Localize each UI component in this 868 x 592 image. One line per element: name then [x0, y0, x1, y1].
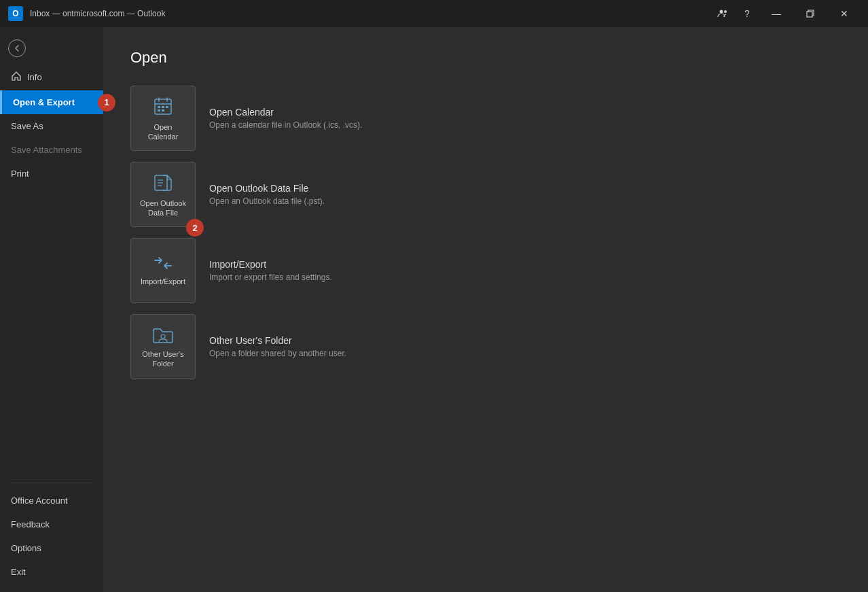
svg-rect-7 [158, 106, 160, 108]
open-outlook-data-title: Open Outlook Data File [209, 183, 325, 194]
other-users-folder-card-icon [152, 325, 174, 347]
open-outlook-data-info: Open Outlook Data File Open an Outlook d… [209, 183, 325, 206]
open-calendar-card[interactable]: OpenCalendar [130, 86, 196, 151]
sidebar-item-save-attachments-label: Save Attachments [11, 145, 82, 155]
open-outlook-data-desc: Open an Outlook data file (.pst). [209, 196, 325, 206]
svg-point-1 [724, 10, 727, 13]
sidebar-item-info-label: Info [27, 72, 42, 82]
minimize-button[interactable]: — [761, 3, 792, 24]
titlebar-left: O Inbox — ​ontmicrosoft.com — Outlook [8, 6, 165, 21]
sidebar-item-print[interactable]: Print [0, 162, 103, 186]
people-icon[interactable] [712, 3, 734, 24]
help-icon[interactable]: ? [736, 3, 758, 24]
sidebar-item-save-as-label: Save As [11, 121, 43, 131]
option-row-other-users: Other User'sFolder Other User's Folder O… [130, 314, 841, 379]
open-calendar-title: Open Calendar [209, 107, 362, 118]
sidebar-item-open-export[interactable]: Open & Export 1 [0, 90, 103, 114]
sidebar-item-print-label: Print [11, 169, 29, 179]
option-row-import-export: Import/Export Import/Export Import or ex… [130, 238, 841, 303]
open-outlook-data-card-label: Open OutlookData File [137, 198, 189, 218]
calendar-card-icon [152, 95, 174, 120]
sidebar-bottom: Office Account Feedback Options Exit [0, 477, 103, 592]
import-export-card-label: Import/Export [138, 277, 188, 286]
option-row-calendar: OpenCalendar Open Calendar Open a calend… [130, 86, 841, 151]
svg-rect-8 [162, 106, 164, 108]
open-outlook-data-card[interactable]: Open OutlookData File [130, 162, 196, 227]
svg-point-0 [720, 10, 723, 14]
sidebar-item-options-label: Options [11, 543, 41, 553]
sidebar-item-exit-label: Exit [11, 567, 26, 577]
sidebar-item-save-as[interactable]: Save As [0, 114, 103, 138]
other-users-folder-info: Other User's Folder Open a folder shared… [209, 335, 346, 358]
sidebar-item-feedback[interactable]: Feedback [0, 512, 103, 536]
outlook-data-card-icon [152, 171, 174, 196]
sidebar: Info Open & Export 1 Save As Save Attach… [0, 27, 103, 592]
import-export-card[interactable]: Import/Export [130, 238, 196, 303]
back-button[interactable] [0, 33, 103, 64]
sidebar-item-exit[interactable]: Exit [0, 560, 103, 584]
option-row-outlook-data: Open OutlookData File Open Outlook Data … [130, 162, 841, 227]
open-calendar-card-label: OpenCalendar [145, 122, 181, 142]
svg-rect-10 [158, 109, 160, 111]
other-users-folder-desc: Open a folder shared by another user. [209, 349, 346, 358]
import-export-title: Import/Export [209, 259, 332, 270]
import-export-info: Import/Export Import or export files and… [209, 259, 332, 282]
titlebar: O Inbox — ​ontmicrosoft.com — Outlook ? … [0, 0, 868, 27]
sidebar-item-office-account-label: Office Account [11, 495, 68, 506]
open-calendar-info: Open Calendar Open a calendar file in Ou… [209, 107, 362, 130]
svg-rect-9 [166, 106, 168, 108]
options-list: OpenCalendar Open Calendar Open a calend… [130, 86, 841, 379]
sidebar-item-office-account[interactable]: Office Account [0, 489, 103, 512]
sidebar-item-save-attachments: Save Attachments [0, 138, 103, 162]
other-users-folder-card[interactable]: Other User'sFolder [130, 314, 196, 379]
open-calendar-desc: Open a calendar file in Outlook (.ics, .… [209, 120, 362, 130]
sidebar-item-open-export-label: Open & Export [13, 97, 75, 107]
sidebar-divider [11, 483, 92, 483]
other-users-folder-card-label: Other User'sFolder [139, 349, 186, 369]
sidebar-item-info[interactable]: Info [0, 64, 103, 90]
svg-rect-11 [162, 109, 164, 111]
home-icon [11, 71, 22, 84]
titlebar-controls: ? — ✕ [712, 3, 860, 24]
restore-button[interactable] [795, 3, 826, 24]
outlook-logo: O [8, 6, 23, 21]
main-layout: Info Open & Export 1 Save As Save Attach… [0, 27, 868, 592]
svg-point-16 [161, 334, 165, 338]
page-title: Open [130, 49, 841, 67]
titlebar-title: Inbox — ​ontmicrosoft.com — Outlook [30, 9, 165, 18]
import-export-card-icon [152, 255, 174, 274]
import-export-desc: Import or export files and settings. [209, 273, 332, 282]
content-area: Open [103, 27, 868, 592]
sidebar-item-feedback-label: Feedback [11, 519, 50, 529]
sidebar-item-options[interactable]: Options [0, 536, 103, 560]
back-circle-icon [8, 39, 26, 57]
other-users-folder-title: Other User's Folder [209, 335, 346, 346]
close-button[interactable]: ✕ [829, 3, 860, 24]
svg-rect-2 [807, 12, 812, 17]
